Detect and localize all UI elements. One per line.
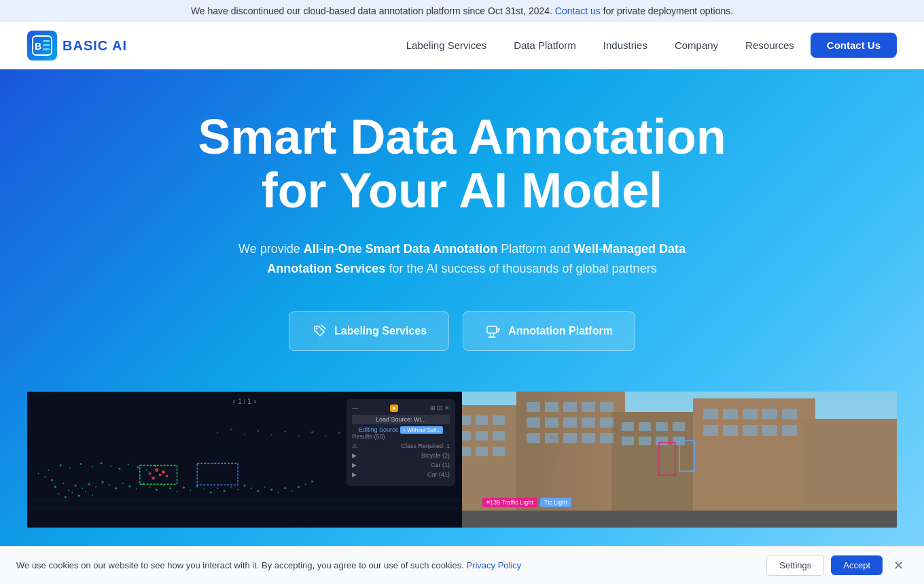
building-svg — [462, 392, 897, 528]
annotation-tool-preview: ‹ 1 / 1 › — ● ⊞ ⊡ ✕ Load Source: Wi... E… — [27, 392, 462, 528]
svg-rect-124 — [622, 436, 634, 445]
prev-frame[interactable]: ‹ — [233, 398, 235, 405]
svg-point-70 — [159, 473, 162, 476]
navbar: B BASIC AI Labeling Services Data Platfo… — [0, 22, 924, 69]
contact-button[interactable]: Contact Us — [811, 33, 897, 58]
svg-rect-111 — [545, 417, 558, 428]
svg-point-39 — [203, 488, 205, 489]
svg-point-76 — [244, 434, 245, 435]
next-frame[interactable]: › — [254, 398, 256, 405]
hero-title: Smart Data Annotation for Your AI Model — [198, 110, 726, 218]
hero-title-line2: for Your AI Model — [262, 163, 663, 218]
svg-point-52 — [128, 464, 129, 465]
svg-point-38 — [196, 485, 198, 487]
svg-rect-97 — [476, 415, 488, 425]
svg-point-15 — [88, 483, 90, 485]
svg-point-57 — [244, 485, 246, 487]
svg-point-47 — [80, 463, 82, 465]
svg-point-71 — [162, 470, 165, 474]
toolbar-title: — — [352, 405, 358, 411]
svg-rect-112 — [563, 417, 577, 428]
svg-rect-105 — [527, 402, 540, 412]
svg-point-74 — [217, 432, 218, 434]
svg-point-25 — [149, 486, 151, 487]
svg-point-83 — [338, 432, 340, 434]
nav-link-resources[interactable]: Resources — [734, 34, 805, 56]
svg-rect-101 — [493, 431, 505, 441]
labeling-icon — [311, 323, 327, 339]
svg-point-17 — [102, 481, 104, 483]
labeling-services-button[interactable]: Labeling Services — [289, 311, 449, 351]
svg-point-23 — [136, 488, 137, 489]
svg-rect-136 — [762, 425, 777, 436]
svg-rect-118 — [582, 433, 595, 443]
svg-rect-133 — [703, 425, 718, 436]
annotation-icon — [485, 323, 501, 339]
logo-text: BASIC AI — [63, 38, 127, 54]
svg-rect-135 — [743, 425, 758, 436]
nav-link-company[interactable]: Company — [664, 34, 729, 56]
svg-rect-122 — [656, 422, 668, 431]
editing-source-label: Editing Source ○ Without Salt... — [352, 426, 450, 433]
svg-point-64 — [291, 490, 293, 492]
svg-point-82 — [325, 436, 326, 437]
nav-item-company[interactable]: Company — [664, 39, 729, 52]
svg-rect-110 — [527, 417, 540, 428]
nav-item-data-platform[interactable]: Data Platform — [503, 39, 587, 52]
svg-rect-120 — [622, 422, 634, 431]
svg-point-62 — [278, 492, 279, 493]
svg-point-10 — [51, 479, 53, 481]
svg-point-13 — [82, 487, 83, 489]
svg-point-81 — [311, 431, 313, 433]
svg-rect-100 — [476, 431, 488, 441]
svg-rect-109 — [600, 402, 614, 412]
svg-point-45 — [60, 464, 62, 466]
svg-point-43 — [230, 486, 232, 487]
class-required-row: ⚠ Class Required: 1 — [352, 443, 450, 449]
logo-icon: B — [27, 31, 57, 61]
svg-point-14 — [44, 476, 46, 477]
svg-rect-99 — [462, 431, 471, 441]
nav-link-labeling[interactable]: Labeling Services — [395, 34, 497, 56]
svg-point-65 — [298, 486, 300, 488]
annotation-toolbar: — ● ⊞ ⊡ ✕ Load Source: Wi... Editing Sou… — [346, 399, 455, 486]
svg-point-8 — [54, 486, 56, 488]
svg-point-77 — [257, 430, 259, 432]
svg-point-37 — [190, 489, 191, 491]
svg-point-60 — [264, 486, 266, 487]
svg-rect-6 — [487, 326, 497, 333]
nav-item-labeling[interactable]: Labeling Services — [395, 39, 497, 52]
svg-rect-123 — [673, 422, 685, 431]
toolbar-badge: ● — [390, 405, 399, 412]
load-source-dropdown[interactable]: Load Source: Wi... — [352, 415, 450, 424]
car-row: ▶ Car (1) — [352, 462, 450, 468]
svg-point-56 — [237, 489, 238, 490]
cookie-banner: We use cookies on our website to see how… — [0, 546, 924, 555]
svg-point-21 — [122, 483, 124, 484]
svg-rect-137 — [782, 425, 797, 436]
nav-item-resources[interactable]: Resources — [734, 39, 805, 52]
svg-point-29 — [78, 495, 80, 497]
svg-rect-114 — [600, 417, 614, 428]
svg-point-72 — [166, 475, 168, 477]
svg-point-36 — [183, 487, 185, 489]
svg-rect-96 — [462, 415, 471, 425]
nav-item-industries[interactable]: Industries — [592, 39, 658, 52]
svg-point-18 — [109, 484, 110, 485]
logo[interactable]: B BASIC AI — [27, 31, 127, 61]
annotation-platform-button[interactable]: Annotation Platform — [463, 311, 635, 351]
nav-link-industries[interactable]: Industries — [592, 34, 658, 56]
subtitle-bold1: All-in-One Smart Data Annotation — [304, 242, 497, 256]
announcement-link[interactable]: Contact us — [555, 5, 601, 16]
svg-point-59 — [257, 490, 259, 492]
svg-point-11 — [68, 489, 69, 491]
svg-rect-3 — [43, 44, 50, 46]
nav-link-data-platform[interactable]: Data Platform — [503, 34, 587, 56]
svg-point-12 — [75, 485, 77, 487]
nav-item-contact[interactable]: Contact Us — [811, 39, 897, 52]
svg-point-26 — [58, 493, 59, 494]
svg-point-5 — [316, 327, 318, 329]
svg-point-51 — [118, 468, 120, 470]
svg-point-73 — [152, 477, 155, 480]
svg-point-63 — [284, 487, 286, 489]
